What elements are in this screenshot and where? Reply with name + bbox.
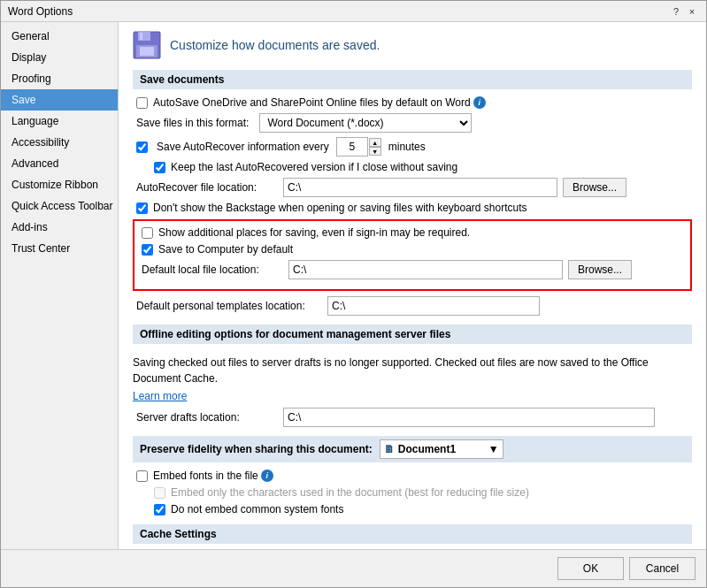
save-floppy-icon [133, 31, 161, 59]
embed-fonts-checkbox[interactable] [136, 470, 148, 482]
backstage-label: Don't show the Backstage when opening or… [153, 202, 527, 214]
additional-places-row: Show additional places for saving, even … [142, 226, 683, 239]
no-embed-system-row: Do not embed common system fonts [133, 503, 692, 515]
autosave-checkbox[interactable] [136, 97, 148, 109]
default-local-label: Default local file location: [142, 263, 283, 276]
embed-chars-row: Embed only the characters used in the do… [133, 486, 692, 499]
doc-icon: 🗎 [384, 443, 395, 455]
autorecover-label: Save AutoRecover information every [157, 141, 329, 153]
close-button[interactable]: × [685, 4, 699, 19]
sidebar-item-quick-access[interactable]: Quick Access Toolbar [1, 195, 118, 217]
save-computer-label: Save to Computer by default [158, 243, 293, 256]
embed-fonts-label: Embed fonts in the file [153, 470, 258, 482]
sidebar-item-general[interactable]: General [1, 26, 118, 47]
title-controls: ? × [669, 4, 699, 19]
autorecover-spinner: ▲ ▼ [336, 137, 381, 157]
embed-fonts-info-icon[interactable]: i [261, 470, 273, 482]
server-drafts-label: Server drafts location: [136, 411, 278, 424]
autorecover-location-input[interactable] [283, 178, 557, 197]
sidebar: General Display Proofing Save Language A… [1, 22, 119, 549]
save-computer-checkbox[interactable] [142, 244, 153, 256]
panel-header: Customize how documents are saved. [133, 31, 692, 59]
sidebar-item-customize-ribbon[interactable]: Customize Ribbon [1, 174, 118, 195]
default-local-row: Default local file location: Browse... [142, 260, 683, 279]
sidebar-item-display[interactable]: Display [1, 47, 118, 68]
format-label: Save files in this format: [136, 117, 249, 129]
autorecover-input[interactable] [336, 137, 368, 157]
autorecover-spinner-buttons: ▲ ▼ [369, 138, 381, 156]
server-drafts-input[interactable] [283, 408, 655, 427]
save-computer-row: Save to Computer by default [142, 243, 683, 256]
spinner-up[interactable]: ▲ [369, 138, 381, 147]
autorecover-browse-button[interactable]: Browse... [563, 178, 626, 197]
dialog-footer: OK Cancel [1, 549, 706, 587]
offline-editing-header: Offline editing options for document man… [133, 325, 692, 344]
autorecover-row: Save AutoRecover information every ▲ ▼ m… [133, 137, 692, 157]
help-button[interactable]: ? [669, 4, 683, 19]
default-local-input[interactable] [288, 260, 563, 279]
embed-chars-checkbox [154, 487, 165, 499]
word-options-dialog: Word Options ? × General Display Proofin… [0, 0, 707, 588]
autosave-row: AutoSave OneDrive and SharePoint Online … [133, 96, 692, 109]
preserve-fidelity-header: Preserve fidelity when sharing this docu… [133, 436, 692, 462]
offline-editing-description: Saving checked out files to server draft… [133, 351, 692, 390]
sidebar-item-accessibility[interactable]: Accessibility [1, 132, 118, 153]
document-label: Document1 [398, 443, 456, 455]
format-row: Save files in this format: Word Document… [133, 113, 692, 133]
autosave-label: AutoSave OneDrive and SharePoint Online … [153, 96, 471, 109]
default-local-browse-button[interactable]: Browse... [568, 260, 632, 279]
keep-version-checkbox[interactable] [154, 162, 165, 173]
title-bar: Word Options ? × [1, 1, 706, 22]
personal-templates-input[interactable] [327, 296, 540, 316]
autorecover-location-label: AutoRecover file location: [136, 181, 278, 194]
additional-places-label: Show additional places for saving, even … [158, 226, 470, 239]
autorecover-suffix: minutes [388, 141, 426, 153]
document-select[interactable]: 🗎 Document1 ▼ [380, 439, 503, 459]
backstage-checkbox[interactable] [136, 202, 148, 214]
cache-settings-header: Cache Settings [133, 524, 692, 544]
cache-settings-section: Cache Settings Delete files from the Off… [133, 524, 692, 549]
save-documents-header: Save documents [133, 70, 692, 89]
sidebar-item-add-ins[interactable]: Add-ins [1, 217, 118, 238]
main-panel: Customize how documents are saved. Save … [119, 22, 706, 549]
autosave-info-icon[interactable]: i [473, 96, 486, 109]
server-drafts-row: Server drafts location: [133, 408, 692, 427]
format-select[interactable]: Word Document (*.docx) [259, 113, 472, 133]
offline-editing-section: Offline editing options for document man… [133, 325, 692, 427]
svg-rect-4 [140, 47, 154, 56]
no-embed-system-label: Do not embed common system fonts [171, 503, 343, 515]
sidebar-item-advanced[interactable]: Advanced [1, 153, 118, 174]
autorecover-checkbox[interactable] [136, 141, 148, 153]
highlight-box: Show additional places for saving, even … [133, 219, 692, 291]
dialog-title: Word Options [8, 5, 73, 18]
autorecover-location-row: AutoRecover file location: Browse... [133, 178, 692, 197]
spinner-down[interactable]: ▼ [369, 147, 381, 156]
embed-fonts-row: Embed fonts in the file i [133, 470, 692, 482]
svg-rect-2 [140, 33, 142, 40]
doc-dropdown-icon: ▼ [488, 443, 499, 455]
preserve-fidelity-section: Preserve fidelity when sharing this docu… [133, 436, 692, 515]
panel-header-text: Customize how documents are saved. [170, 38, 380, 52]
additional-places-checkbox[interactable] [142, 227, 153, 239]
cancel-button[interactable]: Cancel [629, 557, 695, 580]
sidebar-item-trust-center[interactable]: Trust Center [1, 238, 118, 259]
no-embed-system-checkbox[interactable] [154, 504, 165, 515]
sidebar-item-language[interactable]: Language [1, 111, 118, 132]
keep-version-row: Keep the last AutoRecovered version if I… [133, 161, 692, 173]
backstage-row: Don't show the Backstage when opening or… [133, 202, 692, 214]
sidebar-item-save[interactable]: Save [1, 89, 118, 111]
embed-chars-label: Embed only the characters used in the do… [171, 486, 529, 499]
personal-templates-label: Default personal templates location: [136, 300, 322, 312]
save-documents-section: Save documents AutoSave OneDrive and Sha… [133, 70, 692, 316]
learn-more-link[interactable]: Learn more [133, 390, 692, 402]
content-area: General Display Proofing Save Language A… [1, 22, 706, 549]
personal-templates-row: Default personal templates location: [133, 296, 692, 316]
sidebar-item-proofing[interactable]: Proofing [1, 68, 118, 89]
ok-button[interactable]: OK [557, 557, 624, 580]
keep-version-label: Keep the last AutoRecovered version if I… [171, 161, 457, 173]
